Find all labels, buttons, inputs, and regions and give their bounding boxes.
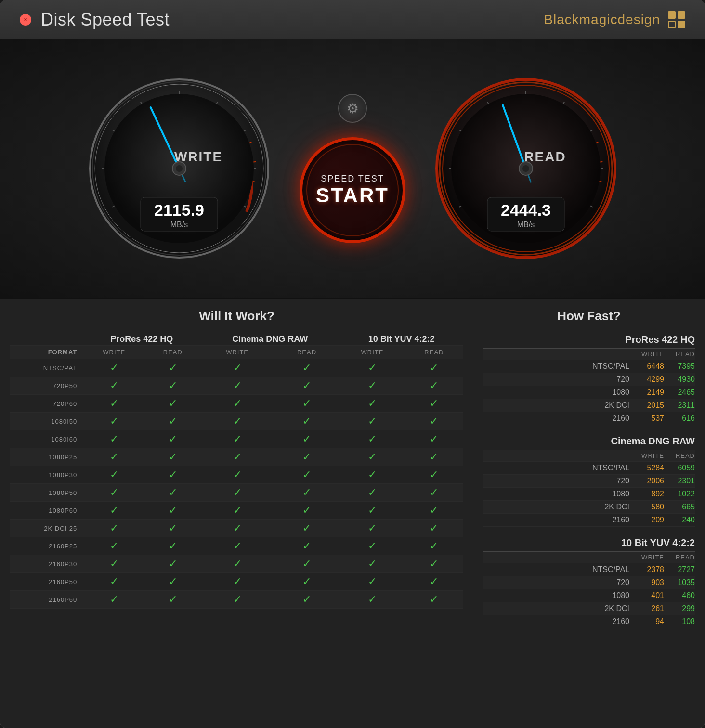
check-cell: ✓: [83, 591, 145, 609]
hf-write-value: 580: [635, 503, 664, 511]
check-cell: ✓: [200, 591, 274, 609]
checkmark-icon: ✓: [233, 486, 242, 498]
format-cell: 2160p30: [10, 555, 83, 573]
table-row: 1080p60✓✓✓✓✓✓: [10, 502, 463, 520]
checkmark-icon: ✓: [233, 415, 242, 427]
checkmark-icon: ✓: [110, 575, 118, 587]
checkmark-icon: ✓: [302, 468, 311, 481]
check-cell: ✓: [339, 520, 405, 537]
checkmark-icon: ✓: [302, 486, 311, 498]
read-gauge: READ 2444.3 MB/s: [434, 77, 617, 260]
check-cell: ✓: [145, 448, 200, 466]
checkmark-icon: ✓: [368, 558, 377, 570]
hf-write-value: 903: [635, 578, 664, 587]
hf-format-label: NTSC/PAL: [483, 565, 633, 574]
format-cell: 2160p60: [10, 591, 83, 609]
check-cell: ✓: [405, 502, 463, 520]
hf-read-value: 2311: [666, 401, 695, 410]
brand-sq-1: [668, 11, 676, 19]
hf-write-value: 209: [635, 516, 664, 524]
check-cell: ✓: [405, 395, 463, 413]
check-cell: ✓: [200, 537, 274, 555]
checkmark-icon: ✓: [169, 397, 177, 409]
format-cell: NTSC/PAL: [10, 359, 83, 377]
hf-read-value: 1035: [666, 578, 695, 587]
write-gauge-container: WRITE 2115.9 MB/s: [88, 77, 271, 260]
hf-data-row: 2160 537 616: [483, 412, 695, 425]
hf-read-value: 616: [666, 414, 695, 423]
title-bar-left: × Disk Speed Test: [20, 10, 170, 30]
svg-text:READ: READ: [524, 149, 566, 164]
checkmark-icon: ✓: [302, 451, 311, 463]
hf-data-row: 2160 94 108: [483, 615, 695, 628]
check-cell: ✓: [339, 377, 405, 395]
hf-codec-title: Cinema DNG RAW: [483, 433, 695, 450]
check-cell: ✓: [83, 502, 145, 520]
hf-read-header: READ: [666, 452, 695, 459]
svg-text:MB/s: MB/s: [170, 221, 188, 229]
checkmark-icon: ✓: [368, 522, 377, 534]
check-cell: ✓: [405, 359, 463, 377]
read-gauge-container: READ 2444.3 MB/s: [434, 77, 617, 260]
checkmark-icon: ✓: [233, 558, 242, 570]
check-cell: ✓: [339, 430, 405, 448]
how-fast-title: How Fast?: [483, 309, 695, 324]
checkmark-icon: ✓: [430, 540, 438, 552]
start-main-label: START: [316, 184, 389, 207]
table-row: 1080i60✓✓✓✓✓✓: [10, 430, 463, 448]
write-header-3: WRITE: [339, 346, 405, 359]
svg-point-21: [176, 165, 183, 172]
hf-write-value: 6448: [635, 362, 664, 371]
check-cell: ✓: [145, 359, 200, 377]
checkmark-icon: ✓: [169, 379, 177, 391]
checkmark-icon: ✓: [169, 433, 177, 445]
checkmark-icon: ✓: [110, 522, 118, 534]
hf-read-value: 108: [666, 617, 695, 626]
check-cell: ✓: [145, 395, 200, 413]
close-button[interactable]: ×: [20, 14, 31, 26]
settings-button[interactable]: ⚙: [338, 94, 367, 123]
checkmark-icon: ✓: [233, 433, 242, 445]
hf-format-label: 1080: [483, 591, 633, 600]
check-cell: ✓: [200, 502, 274, 520]
check-cell: ✓: [405, 484, 463, 502]
checkmark-icon: ✓: [368, 451, 377, 463]
check-cell: ✓: [339, 466, 405, 484]
hf-read-value: 299: [666, 604, 695, 613]
start-top-label: SPEED TEST: [321, 174, 384, 184]
svg-text:MB/s: MB/s: [517, 221, 535, 229]
hf-read-value: 665: [666, 503, 695, 511]
check-cell: ✓: [145, 591, 200, 609]
check-cell: ✓: [200, 413, 274, 430]
checkmark-icon: ✓: [430, 575, 438, 587]
hf-write-header: WRITE: [635, 554, 664, 561]
check-cell: ✓: [339, 591, 405, 609]
check-cell: ✓: [145, 430, 200, 448]
check-cell: ✓: [274, 448, 339, 466]
check-cell: ✓: [405, 555, 463, 573]
checkmark-icon: ✓: [302, 575, 311, 587]
read-header-2: READ: [274, 346, 339, 359]
checkmark-icon: ✓: [430, 593, 438, 605]
read-header-3: READ: [405, 346, 463, 359]
hf-header-row: WRITE READ: [483, 349, 695, 360]
check-cell: ✓: [274, 537, 339, 555]
hf-read-value: 1022: [666, 490, 695, 498]
check-cell: ✓: [405, 430, 463, 448]
checkmark-icon: ✓: [169, 468, 177, 481]
checkmark-icon: ✓: [169, 558, 177, 570]
title-bar: × Disk Speed Test Blackmagicdesign: [0, 0, 705, 39]
checkmark-icon: ✓: [169, 415, 177, 427]
check-cell: ✓: [200, 395, 274, 413]
start-button[interactable]: SPEED TEST START: [300, 137, 405, 243]
hf-format-label: 1080: [483, 490, 633, 498]
hf-data-row: 2160 209 240: [483, 514, 695, 527]
hf-format-label: 720: [483, 375, 633, 384]
checkmark-icon: ✓: [169, 486, 177, 498]
hf-format-label: NTSC/PAL: [483, 362, 633, 371]
checkmark-icon: ✓: [430, 397, 438, 409]
check-cell: ✓: [339, 502, 405, 520]
hf-data-row: 720 903 1035: [483, 576, 695, 589]
hf-data-row: NTSC/PAL 2378 2727: [483, 563, 695, 576]
check-cell: ✓: [274, 502, 339, 520]
